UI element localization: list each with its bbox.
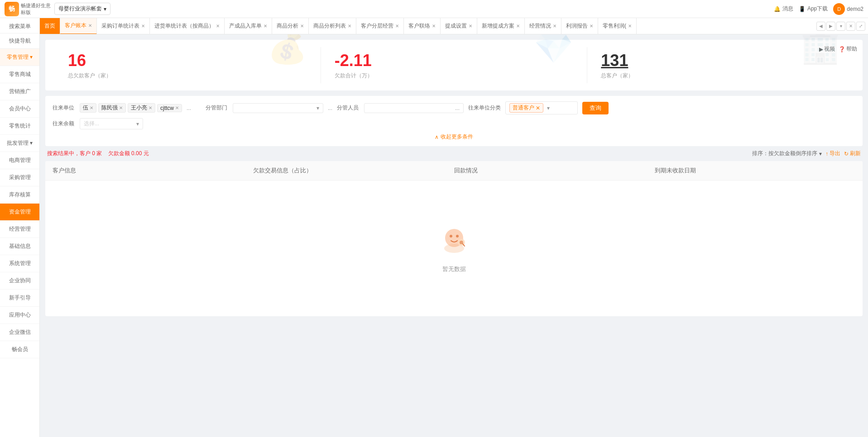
tab-production[interactable]: 产成品入库单 ✕ [225, 18, 272, 34]
logo-area: 畅 畅捷通好生意 标版 [5, 2, 51, 16]
tab-close-production[interactable]: ✕ [264, 24, 267, 28]
table-body: 暂无数据 [45, 180, 863, 316]
sidebar-item-new-guide[interactable]: 新手引导 [0, 290, 39, 307]
sidebar-item-ecommerce[interactable]: 电商管理 [0, 152, 39, 169]
tab-customer-contact[interactable]: 客户联络 ✕ [404, 18, 441, 34]
avatar: D [833, 3, 845, 15]
tab-retail-profit[interactable]: 零售利润( ✕ [598, 18, 637, 34]
logo-text: 畅捷通好生意 标版 [21, 2, 51, 15]
empty-state: 暂无数据 [436, 196, 472, 300]
tab-close-profit-report[interactable]: ✕ [590, 24, 593, 28]
sidebar: 搜索菜单 快捷导航 零售管理 ▾ 零售商城 营销推广 会员中心 零售统计 批发管… [0, 18, 40, 437]
app-download-button[interactable]: 📱 App下载 [799, 5, 828, 13]
query-button[interactable]: 查询 [582, 102, 609, 114]
collapse-button[interactable]: ∧ 收起更多条件 [435, 133, 473, 141]
tab-close-product-analysis[interactable]: ✕ [300, 24, 304, 28]
stat-total-all: 131 总客户（家） 🏢 [587, 47, 854, 83]
filter-tag-3[interactable]: 王小亮 ✕ [128, 103, 155, 113]
sidebar-item-app-center[interactable]: 应用中心 [0, 307, 39, 324]
sidebar-item-wholesale[interactable]: 批发管理 ▾ [0, 135, 39, 152]
tab-product-analysis-list[interactable]: 商品分析列表 ✕ [309, 18, 356, 34]
tab-home[interactable]: 首页 [40, 18, 60, 34]
tab-new-promotion[interactable]: 新增提成方案 ✕ [477, 18, 525, 34]
filter-person-select[interactable]: ... [364, 103, 464, 113]
sidebar-item-vip[interactable]: 畅会员 [0, 341, 39, 358]
refresh-button[interactable]: ↻ 刷新 [844, 150, 861, 157]
stat-label-all: 总客户（家） [601, 72, 840, 80]
stat-total-customers: 16 总欠款客户（家） 💰 [54, 47, 321, 83]
filter-tag-1-close[interactable]: ✕ [90, 105, 93, 110]
filter-unit-tags: 伍 ✕ 陈民强 ✕ 王小亮 ✕ [80, 103, 194, 113]
sidebar-item-basic-info[interactable]: 基础信息 [0, 238, 39, 255]
filter-more-tags[interactable]: ... [184, 104, 194, 112]
tab-close-purchase-stats[interactable]: ✕ [216, 24, 220, 28]
tab-accounts[interactable]: 客户账本 ✕ [60, 18, 97, 34]
filter-category-tag-close[interactable]: ✕ [536, 105, 540, 111]
tab-close-customer-tier[interactable]: ✕ [395, 24, 399, 28]
sidebar-item-enterprise-wechat[interactable]: 企业微信 [0, 324, 39, 341]
filter-balance-select[interactable]: 选择... ▾ [80, 118, 143, 129]
stats-bar: ▶ 视频 ❓ 帮助 16 总欠款客户（家） 💰 [45, 40, 863, 90]
stat-label-customers: 总欠款客户（家） [68, 72, 307, 80]
bell-icon: 🔔 [774, 6, 781, 12]
filter-tag-2[interactable]: 陈民强 ✕ [98, 103, 126, 113]
col-due-date: 到期未收款日期 [655, 166, 855, 175]
filter-tag-1[interactable]: 伍 ✕ [80, 103, 96, 113]
filter-tag-4[interactable]: cjttcw ✕ [157, 104, 182, 112]
tab-close-accounts[interactable]: ✕ [88, 23, 92, 28]
export-button[interactable]: ↑ 导出 [825, 150, 840, 157]
top-actions: 🔔 消息 📱 App下载 D demo2 [774, 3, 863, 15]
sidebar-item-retail-stats[interactable]: 零售统计 [0, 118, 39, 135]
sidebar-item-enterprise[interactable]: 企业协同 [0, 272, 39, 290]
table-header: 客户信息 欠款交易信息（占比） 回款情况 到期未收款日期 [45, 161, 863, 180]
sidebar-search-menu[interactable]: 搜索菜单 [0, 18, 39, 33]
sidebar-item-inventory[interactable]: 库存核算 [0, 186, 39, 204]
tab-prev-button[interactable]: ◀ [816, 22, 825, 31]
tab-close-retail-profit[interactable]: ✕ [628, 24, 632, 28]
tab-close-customer-contact[interactable]: ✕ [432, 24, 436, 28]
col-debt-info: 欠款交易信息（占比） [253, 166, 454, 175]
tab-close-operations[interactable]: ✕ [553, 24, 556, 28]
tab-purchase-orders[interactable]: 采购订单统计表 ✕ [97, 18, 150, 34]
tab-product-analysis[interactable]: 商品分析 ✕ [272, 18, 309, 34]
sidebar-item-purchase[interactable]: 采购管理 [0, 169, 39, 186]
tab-close-new-promotion[interactable]: ✕ [516, 24, 520, 28]
filter-tag-3-close[interactable]: ✕ [149, 105, 152, 110]
filter-tag-4-close[interactable]: ✕ [175, 105, 179, 110]
sidebar-item-members[interactable]: 会员中心 [0, 100, 39, 118]
filter-dept-select[interactable]: ▾ [233, 103, 323, 113]
tab-expand-button[interactable]: ⤢ [856, 22, 865, 31]
tab-customer-tier[interactable]: 客户分层经营 ✕ [356, 18, 404, 34]
filter-category-select[interactable]: 普通客户 ✕ ▾ [505, 101, 578, 114]
svg-point-2 [450, 235, 452, 238]
stat-total-debt: -2.11 欠款合计（万） 💎 [321, 47, 588, 83]
tab-promotion-settings[interactable]: 提成设置 ✕ [441, 18, 477, 34]
tab-next-button[interactable]: ▶ [826, 22, 835, 31]
sort-button[interactable]: 排序：按欠款金额倒序排序 ▾ [752, 150, 822, 157]
tab-purchase-stats[interactable]: 进货单统计表（按商品） ✕ [150, 18, 225, 34]
message-button[interactable]: 🔔 消息 [774, 5, 793, 13]
tab-profit-report[interactable]: 利润报告 ✕ [561, 18, 598, 34]
sidebar-item-operations[interactable]: 经营管理 [0, 221, 39, 238]
tab-operations[interactable]: 经营情况 ✕ [525, 18, 561, 34]
sidebar-item-retail[interactable]: 零售管理 ▾ [0, 49, 39, 66]
sidebar-quick-nav[interactable]: 快捷导航 [0, 33, 39, 49]
sidebar-item-finance[interactable]: 资金管理 [0, 204, 39, 221]
filter-tag-2-close[interactable]: ✕ [119, 105, 123, 110]
org-selector[interactable]: 母婴行业演示帐套 ▾ [54, 3, 110, 15]
filter-row-balance: 往来余额 选择... ▾ [53, 118, 855, 129]
tab-close-all-button[interactable]: ✕ [846, 22, 855, 31]
sidebar-item-system[interactable]: 系统管理 [0, 255, 39, 272]
tab-close-promotion-settings[interactable]: ✕ [469, 24, 472, 28]
tab-close-product-analysis-list[interactable]: ✕ [348, 24, 351, 28]
chevron-down-icon-dept: ▾ [317, 105, 319, 111]
filter-category-tag[interactable]: 普通客户 ✕ [509, 103, 543, 113]
sidebar-item-retail-mall[interactable]: 零售商城 [0, 66, 39, 83]
tab-menu-button[interactable]: ▾ [836, 22, 845, 31]
sidebar-item-marketing[interactable]: 营销推广 [0, 83, 39, 100]
user-menu[interactable]: D demo2 [833, 3, 863, 15]
export-icon: ↑ [825, 151, 828, 157]
filter-person-extra[interactable]: ... [328, 105, 332, 111]
refresh-icon: ↻ [844, 151, 849, 157]
tab-close-purchase-orders[interactable]: ✕ [141, 24, 145, 28]
